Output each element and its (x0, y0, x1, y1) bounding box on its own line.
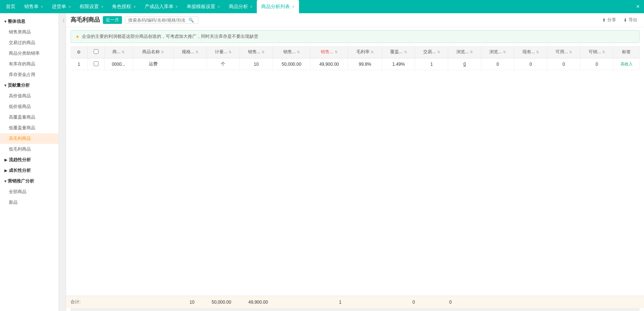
sort-icon: ⇅ (335, 50, 338, 54)
th-checkbox[interactable] (87, 46, 104, 58)
sidebar-item-in-stock[interactable]: 有库存的商品 (0, 59, 58, 69)
th-unit[interactable]: 计量... ⇅ (206, 46, 240, 58)
sidebar-group-trend[interactable]: ▶ 流趋性分析 (0, 155, 58, 165)
horizontal-scrollbar[interactable] (71, 308, 640, 311)
row-checkbox[interactable] (94, 61, 98, 66)
sidebar-group-marketing[interactable]: ▾ 营销推广分析 (0, 176, 58, 187)
period-button[interactable]: 近一月 (103, 16, 122, 24)
nav-tab-purchase[interactable]: 进货单 × (47, 0, 75, 13)
sidebar-item-all-goods[interactable]: 全部商品 (0, 187, 58, 197)
sidebar-group-growth[interactable]: ▶ 成长性分析 (0, 165, 58, 176)
table-row: 1 0000... 运费 个 10 50,000.00 49,900.00 99… (71, 58, 640, 70)
footer-available-stock: 0 (422, 300, 451, 305)
nav-tab-template[interactable]: 单据模板设置 × (182, 0, 224, 13)
view1-link[interactable]: 0 (463, 62, 466, 67)
sort-icon: ⇅ (195, 50, 198, 54)
sidebar-item-traded-goods[interactable]: 交易过的商品 (0, 37, 58, 48)
sort-icon: ⇅ (297, 50, 300, 54)
close-icon[interactable]: × (133, 4, 136, 9)
sidebar-collapse-button[interactable]: 《 (59, 13, 66, 311)
search-input[interactable] (128, 18, 187, 23)
td-code: 0000... (104, 58, 133, 70)
th-setting[interactable]: ⚙ (71, 46, 87, 58)
th-view1[interactable]: 浏览... ⇅ (448, 46, 481, 58)
td-no: 1 (71, 58, 87, 70)
nav-tab-analysis[interactable]: 商品分析 × (224, 0, 257, 13)
sort-icon: ⇅ (470, 50, 473, 54)
sidebar-item-sales-goods[interactable]: 销售类商品 (0, 27, 58, 37)
select-all-checkbox[interactable] (94, 49, 98, 54)
th-coverage[interactable]: 覆盖... ⇅ (382, 46, 415, 58)
nav-tab-home[interactable]: 首页 (1, 0, 20, 13)
sidebar-item-stock-capital[interactable]: 库存资金占用 (0, 69, 58, 80)
th-code[interactable]: 商... ⇅ (104, 46, 133, 58)
sort-icon: ⇅ (569, 50, 572, 54)
close-icon[interactable]: × (101, 4, 103, 9)
search-icon[interactable]: 🔍 (188, 18, 194, 23)
td-spec (174, 58, 207, 70)
info-icon: ✦ (75, 34, 80, 40)
export-button[interactable]: ⬇ 导出 (621, 16, 640, 24)
close-icon[interactable]: × (292, 4, 294, 9)
sort-icon: ⇅ (371, 50, 374, 54)
close-icon[interactable]: × (250, 4, 252, 9)
sort-icon: ⇅ (161, 50, 164, 54)
sidebar-item-high-margin[interactable]: 高毛利商品 (0, 133, 58, 144)
main-layout: ▾ 整体信息 销售类商品 交易过的商品 商品分类助销率 有库存的商品 库存资金占… (0, 13, 644, 311)
th-transaction[interactable]: 交易... ⇅ (415, 46, 448, 58)
td-checkbox[interactable] (87, 58, 104, 70)
footer-sale-qty: 10 (165, 300, 194, 305)
th-saleable-stock[interactable]: 可销... ⇅ (580, 46, 614, 58)
close-icon[interactable]: × (176, 4, 178, 9)
chevron-down-icon: ▾ (4, 179, 6, 183)
share-button[interactable]: ⬆ 分享 (600, 16, 618, 24)
window-close-button[interactable]: × (633, 3, 643, 10)
close-icon[interactable]: × (217, 4, 220, 9)
sidebar-item-category-rate[interactable]: 商品分类助销率 (0, 48, 58, 59)
sidebar-item-high-value[interactable]: 高价值商品 (0, 91, 58, 101)
th-sale-qty[interactable]: 销售... ⇅ (240, 46, 273, 58)
sidebar-item-high-coverage[interactable]: 高覆盖量商品 (0, 112, 58, 123)
sidebar-item-new-goods[interactable]: 新品 (0, 197, 58, 208)
sidebar-group-contribution[interactable]: ▾ 贡献量分析 (0, 80, 58, 91)
sort-icon: ⇅ (122, 50, 125, 54)
footer-label: 合计: (71, 299, 80, 305)
th-tag[interactable]: 标签 (614, 46, 640, 58)
chevron-down-icon: ▾ (4, 19, 6, 23)
close-icon[interactable]: × (41, 4, 43, 9)
nav-tab-permission[interactable]: 权限设置 × (75, 0, 108, 13)
td-transaction: 1 (415, 58, 448, 70)
sidebar-item-low-value[interactable]: 低价值商品 (0, 101, 58, 112)
nav-tab-analysis-list[interactable]: 商品分析列表 × (257, 0, 299, 13)
data-table: ⚙ 商... ⇅ 商品名称 ⇅ 规格... ⇅ 计量... ⇅ 销售... ⇅ … (71, 46, 640, 70)
info-banner: ✦ 企业的主要的利润都是这部分商品创造的，可考虑加大推广，同时关注库存是不要出现… (71, 30, 640, 43)
th-name[interactable]: 商品名称 ⇅ (133, 46, 173, 58)
td-sale-profit: 49,900.00 (310, 58, 348, 70)
td-sale-amount: 50,000.00 (273, 58, 310, 70)
th-current-stock[interactable]: 现有... ⇅ (514, 46, 547, 58)
sidebar-item-low-margin[interactable]: 低毛利商品 (0, 144, 58, 155)
table-header-row: ⚙ 商... ⇅ 商品名称 ⇅ 规格... ⇅ 计量... ⇅ 销售... ⇅ … (71, 46, 640, 58)
chevron-down-icon: ▾ (4, 83, 6, 87)
th-gross-margin[interactable]: 毛利率 ⇅ (348, 46, 382, 58)
td-view1[interactable]: 0 (448, 58, 481, 70)
th-sale-profit[interactable]: 销售... ⇅ (310, 46, 348, 58)
sort-icon: ⇅ (437, 50, 440, 54)
chevron-right-icon: ▶ (4, 158, 7, 162)
nav-tab-role[interactable]: 角色授权 × (108, 0, 140, 13)
td-view2: 0 (481, 58, 514, 70)
chevron-right-icon: ▶ (4, 169, 7, 173)
nav-tab-sales[interactable]: 销售单 × (20, 0, 47, 13)
tag-badge: 高收入 (620, 62, 633, 66)
table-footer: 合计: 10 50,000.00 49,900.00 1 0 0 (66, 296, 644, 308)
sidebar-item-low-coverage[interactable]: 低覆盖量商品 (0, 123, 58, 133)
sidebar-group-overall[interactable]: ▾ 整体信息 (0, 16, 58, 27)
footer-current-stock: 0 (385, 300, 415, 305)
th-spec[interactable]: 规格... ⇅ (174, 46, 207, 58)
close-icon[interactable]: × (68, 4, 71, 9)
th-view2[interactable]: 浏览... ⇅ (481, 46, 514, 58)
th-sale-amount[interactable]: 销售... ⇅ (273, 46, 310, 58)
sort-icon: ⇅ (229, 50, 231, 54)
th-available-stock[interactable]: 可用... ⇅ (547, 46, 580, 58)
nav-tab-inbound[interactable]: 产成品入库单 × (140, 0, 182, 13)
